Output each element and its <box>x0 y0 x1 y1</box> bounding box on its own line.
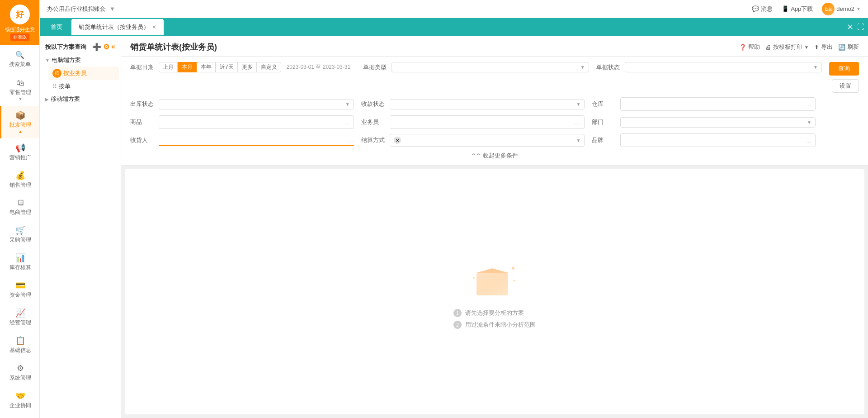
add-scheme-btn[interactable]: ➕ <box>92 43 101 51</box>
tab-report-label: 销货单统计表（按业务员） <box>79 23 149 31</box>
panel-header-label: 按以下方案查询 <box>45 43 86 51</box>
receiver-input[interactable]: … <box>159 135 354 146</box>
refresh-btn[interactable]: 🔄 刷新 <box>838 43 859 51</box>
qiye-icon: 🤝 <box>15 391 25 401</box>
expand-arrow: ▼ <box>18 96 23 101</box>
help-btn[interactable]: ❓ 帮助 <box>739 43 760 51</box>
left-panel: 按以下方案查询 ➕ ⚙ « ▼ 电脑端方案 按 按业务员 <box>40 36 121 418</box>
sidebar-item-xinshou[interactable]: 🎯 新手引导 <box>0 414 39 418</box>
tabbar: 首页 销货单统计表（按业务员） ✕ ✕ ⛶ <box>40 18 868 36</box>
order-status-cell: 单据状态 ▼ <box>596 62 822 72</box>
tab-close-btn[interactable]: ✕ <box>152 24 156 30</box>
goods-input[interactable]: … <box>159 115 354 129</box>
tab-close-window-icon[interactable]: ✕ <box>847 22 854 32</box>
sidebar-item-jingying[interactable]: 📈 经营管理 <box>0 304 39 331</box>
date-btn-this-year[interactable]: 本年 <box>197 62 216 72</box>
date-filter-cell: 单据日期 上月 本月 本年 近7天 更多 自定义 2023-03-01 至 20… <box>130 62 356 72</box>
tab-report[interactable]: 销货单统计表（按业务员） ✕ <box>71 19 164 35</box>
sidebar-item-kucun[interactable]: 📊 库存核算 <box>0 248 39 276</box>
sidebar-item-label: 销售管理 <box>9 181 31 189</box>
tree-item-order[interactable]: ⠿ 按单 <box>49 80 119 93</box>
panel-tree: ▼ 电脑端方案 按 按业务员 ⠿ 按单 ▶ 移动端方案 <box>40 54 121 105</box>
sidebar-nav: 🛍 零售管理 ▼ 📦 批发管理 ▲ 📢 营销推广 💰 销售管理 🖥 电商管理 🛒… <box>0 74 39 418</box>
expand-icon: ▼ <box>45 58 50 63</box>
app-icon: 📱 <box>782 5 789 12</box>
date-btn-this-month[interactable]: 本月 <box>178 62 197 72</box>
message-btn[interactable]: 💬 消息 <box>752 5 773 13</box>
sidebar-item-pifa[interactable]: 📦 批发管理 ▲ <box>0 106 39 138</box>
sidebar-logo: 好 畅捷通好生意 标准版 <box>0 0 39 45</box>
settings-button[interactable]: 设置 <box>832 79 859 93</box>
dianshang-icon: 🖥 <box>16 198 24 208</box>
panel-header-actions: ➕ ⚙ « <box>92 43 115 51</box>
template-print-label: 按模板打印 <box>773 43 802 51</box>
template-print-btn[interactable]: 🖨 按模板打印 ▼ <box>765 43 809 51</box>
sidebar-item-dianshang[interactable]: 🖥 电商管理 <box>0 194 39 221</box>
collapse-panel-btn[interactable]: « <box>111 43 115 51</box>
sidebar-item-caigou[interactable]: 🛒 采购管理 <box>0 221 39 248</box>
settlement-clear[interactable]: ✕ <box>394 137 401 144</box>
export-btn[interactable]: ⬆ 导出 <box>814 43 833 51</box>
sidebar-item-lingshou[interactable]: 🛍 零售管理 ▼ <box>0 74 39 106</box>
order-type-select[interactable]: ▼ <box>392 62 589 72</box>
sidebar-item-jichu[interactable]: 📋 基础信息 <box>0 331 39 359</box>
date-btn-more[interactable]: 更多 <box>238 62 257 72</box>
page-area: 按以下方案查询 ➕ ⚙ « ▼ 电脑端方案 按 按业务员 <box>40 36 868 418</box>
page-title: 销货单统计表(按业务员) <box>130 42 217 52</box>
export-icon: ⬆ <box>814 44 819 51</box>
step-num-2: 2 <box>453 321 462 329</box>
department-select[interactable]: ▼ <box>620 117 816 128</box>
sidebar-item-xitong[interactable]: ⚙ 系统管理 <box>0 359 39 386</box>
tree-item-salesman[interactable]: 按 按业务员 <box>49 66 119 80</box>
tree-item-mobile-label: 移动端方案 <box>51 95 80 103</box>
topbar-left: 办公用品行业模拟账套 ▼ <box>47 5 115 13</box>
order-scheme-icon: ⠿ <box>52 83 57 90</box>
date-btn-custom[interactable]: 自定义 <box>257 62 281 72</box>
page-actions: ❓ 帮助 🖨 按模板打印 ▼ ⬆ 导出 🔄 刷新 <box>739 43 859 51</box>
tree-item-pc[interactable]: ▼ 电脑端方案 <box>42 54 119 66</box>
jingying-icon: 📈 <box>15 308 25 318</box>
tree-child-pc: 按 按业务员 ⠿ 按单 <box>42 66 119 93</box>
search-menu-item[interactable]: 🔍 搜索菜单 <box>9 45 31 74</box>
sidebar-item-yingxiao[interactable]: 📢 营销推广 <box>0 138 39 166</box>
collapse-icon: ⌃⌃ <box>471 152 481 159</box>
sidebar-item-label: 电商管理 <box>9 209 31 216</box>
warehouse-dots: … <box>806 101 811 108</box>
sidebar-item-label: 零售管理 <box>9 89 31 96</box>
date-btn-last7[interactable]: 近7天 <box>216 62 238 72</box>
sidebar-item-qiye[interactable]: 🤝 企业协同 <box>0 386 39 414</box>
breadcrumb-dropdown[interactable]: ▼ <box>109 5 115 12</box>
empty-steps: 1 请先选择要分析的方案 2 用过滤条件来缩小分析范围 <box>453 309 536 329</box>
tree-item-mobile[interactable]: ▶ 移动端方案 <box>42 93 119 105</box>
salesman-input[interactable]: … <box>390 115 585 129</box>
collapse-btn[interactable]: ⌃⌃ 收起更多条件 <box>471 152 518 160</box>
salesman-dots: … <box>575 119 580 126</box>
tab-home[interactable]: 首页 <box>43 19 70 35</box>
sidebar-item-xiaoshou[interactable]: 💰 销售管理 <box>0 166 39 194</box>
tab-maximize-icon[interactable]: ⛶ <box>857 23 864 31</box>
settlement-select[interactable]: ✕ ▼ <box>390 134 585 147</box>
sidebar-item-label: 营销推广 <box>9 154 31 162</box>
payment-status-select[interactable]: ▼ <box>390 99 585 109</box>
out-status-select[interactable]: ▼ <box>159 99 354 109</box>
brand-cell: 品牌 … <box>592 133 816 147</box>
xitong-icon: ⚙ <box>17 363 24 373</box>
print-dropdown-arrow: ▼ <box>804 45 809 50</box>
warehouse-input[interactable]: … <box>620 97 816 111</box>
query-button[interactable]: 查询 <box>829 62 859 76</box>
app-download-btn[interactable]: 📱 App下载 <box>782 5 813 13</box>
out-status-arrow: ▼ <box>345 102 350 107</box>
receiver-text-input[interactable] <box>159 137 348 143</box>
date-btn-last-month[interactable]: 上月 <box>159 62 178 72</box>
username: demo2 <box>836 5 854 12</box>
collapse-row: ⌃⌃ 收起更多条件 <box>130 152 859 160</box>
page-header: 销货单统计表(按业务员) ❓ 帮助 🖨 按模板打印 ▼ ⬆ 导出 <box>121 36 868 57</box>
department-arrow: ▼ <box>807 120 811 125</box>
tab-home-label: 首页 <box>51 23 62 31</box>
order-status-select[interactable]: ▼ <box>625 62 822 72</box>
sidebar-item-zijin[interactable]: 💳 资金管理 <box>0 276 39 304</box>
brand-input[interactable]: … <box>620 133 816 147</box>
user-profile[interactable]: Ea demo2 ▼ <box>822 3 861 15</box>
edit-scheme-btn[interactable]: ⚙ <box>103 43 109 51</box>
payment-status-cell: 收款状态 ▼ <box>361 99 585 109</box>
